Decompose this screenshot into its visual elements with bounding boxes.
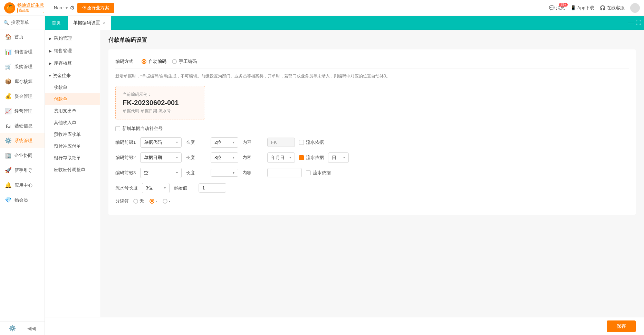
content2-arrow-icon: ▾ bbox=[289, 156, 291, 159]
length1-select[interactable]: 2位 ▾ bbox=[211, 137, 238, 148]
experience-button[interactable]: 体验行业方案 bbox=[77, 3, 114, 13]
tab-encoding-settings[interactable]: 单据编码设置 × bbox=[68, 16, 111, 30]
download-icon: 📱 bbox=[570, 5, 576, 10]
save-button[interactable]: 保存 bbox=[607, 320, 636, 332]
nav-item-other-income[interactable]: 其他收入单 bbox=[45, 117, 100, 129]
length3-select[interactable]: ▾ bbox=[211, 169, 238, 177]
sep-dot1-inner bbox=[151, 200, 153, 202]
tab-right-icons: — ⛶ bbox=[628, 16, 644, 30]
sidebar-collapse-icon[interactable]: ◀◀ bbox=[27, 325, 36, 332]
sidebar-item-system[interactable]: ⚙️ 系统管理 bbox=[0, 133, 45, 148]
settings-icon[interactable]: ⚙ bbox=[70, 4, 75, 11]
nav-item-adjustments[interactable]: 应收应付调整单 bbox=[45, 164, 100, 176]
length2-arrow-icon: ▾ bbox=[233, 156, 234, 159]
prefix3-select[interactable]: 空 ▾ bbox=[140, 168, 182, 178]
sidebar-item-guide[interactable]: 🚀 新手引导 bbox=[0, 163, 45, 178]
sidebar-item-basic-info[interactable]: 🗂 基础信息 bbox=[0, 119, 45, 133]
serial-length-select[interactable]: 3位 ▾ bbox=[142, 183, 170, 193]
prefix1-label: 编码前缀1 bbox=[115, 139, 136, 146]
flow3-checkbox[interactable] bbox=[306, 170, 311, 175]
settings-card: 编码方式 自动编码 手工编码 bbox=[108, 49, 636, 215]
radio-manual-encode[interactable]: 手工编码 bbox=[172, 58, 197, 65]
length2-select[interactable]: 8位 ▾ bbox=[211, 152, 238, 163]
sidebar-item-inventory[interactable]: 📦 库存核算 bbox=[0, 74, 45, 89]
nav-group-sales-title[interactable]: ▶销售管理 bbox=[45, 45, 100, 57]
avatar[interactable] bbox=[630, 3, 640, 13]
tab-close-icon[interactable]: × bbox=[103, 20, 105, 25]
top-bar-right: 💬 消息 99+ 📱 App下载 🎧 在线客服 bbox=[549, 3, 640, 13]
tab-maximize-icon[interactable]: ⛶ bbox=[636, 20, 641, 26]
sep-dot1-radio bbox=[150, 199, 154, 204]
prefix3-label: 编码前缀3 bbox=[115, 170, 136, 176]
prefix-row-2: 编码前缀2 单据日期 ▾ 长度 8位 ▾ 内容 年月日 bbox=[115, 152, 629, 163]
auto-fill-label: 新增单据自动补空号 bbox=[122, 125, 163, 132]
radio-auto-encode[interactable]: 自动编码 bbox=[142, 58, 166, 65]
online-service-button[interactable]: 🎧 在线客服 bbox=[600, 5, 625, 11]
sidebar-item-vip[interactable]: 💎 畅会员 bbox=[0, 193, 45, 207]
inventory-icon: 📦 bbox=[5, 78, 12, 85]
start-value-input[interactable] bbox=[199, 183, 226, 193]
auto-fill-row[interactable]: 新增单据自动补空号 bbox=[115, 125, 629, 132]
tab-minimize-icon[interactable]: — bbox=[628, 20, 634, 26]
nav-group-purchase: ▶采购管理 bbox=[45, 32, 100, 44]
flow3-checkbox-row[interactable]: 流水依据 bbox=[306, 170, 331, 176]
message-icon: 💬 bbox=[549, 5, 555, 10]
sidebar-item-purchase[interactable]: 🛒 采购管理 bbox=[0, 59, 45, 74]
sep-option-dot2[interactable]: · bbox=[163, 198, 170, 204]
nav-item-prepay-receivable[interactable]: 预收冲应收单 bbox=[45, 129, 100, 140]
content-area: 首页 单据编码设置 × — ⛶ ▶采购管理 bbox=[45, 16, 644, 335]
nav-group-inventory-title[interactable]: ▶库存核算 bbox=[45, 57, 100, 69]
prefix1-arrow-icon: ▾ bbox=[176, 140, 178, 144]
flow2-checkbox[interactable] bbox=[299, 155, 304, 160]
sidebar-settings-icon[interactable]: ⚙️ bbox=[9, 325, 16, 332]
basic-info-icon: 🗂 bbox=[5, 123, 12, 129]
sep-option-none[interactable]: 无 bbox=[133, 198, 144, 204]
separator-label: 分隔符 bbox=[115, 198, 129, 204]
content3-input[interactable] bbox=[267, 168, 302, 177]
flow2-option-select[interactable]: 日 ▾ bbox=[328, 152, 349, 163]
page-title: 付款单编码设置 bbox=[108, 37, 636, 44]
search-icon: 🔍 bbox=[3, 20, 9, 25]
home-icon: 🏠 bbox=[5, 34, 12, 40]
nav-group-purchase-title[interactable]: ▶采购管理 bbox=[45, 32, 100, 44]
prefix2-select[interactable]: 单据日期 ▾ bbox=[140, 152, 182, 163]
nav-item-payment[interactable]: 付款单 bbox=[45, 93, 100, 105]
nav-item-prepay-payable[interactable]: 预付冲应付单 bbox=[45, 140, 100, 152]
nav-item-expenses[interactable]: 费用支出单 bbox=[45, 105, 100, 117]
code-preview-label: 当前编码示例： bbox=[123, 92, 198, 97]
content-wrapper: ▶采购管理 ▶销售管理 ▶库存核算 ▾资金往来 bbox=[45, 30, 644, 317]
flow1-checkbox[interactable] bbox=[299, 140, 304, 145]
sidebar-item-apps[interactable]: 🔔 应用中心 bbox=[0, 178, 45, 193]
message-button[interactable]: 💬 消息 99+ bbox=[549, 5, 565, 11]
flow1-checkbox-row[interactable]: 流水依据 bbox=[299, 139, 324, 146]
app-download-button[interactable]: 📱 App下载 bbox=[570, 5, 594, 11]
sidebar: 🔍 搜索菜单 🏠 首页 📊 销售管理 🛒 采购管理 📦 库存核算 💰 资金管理 … bbox=[0, 16, 45, 335]
prefix-row-1: 编码前缀1 单据代码 ▾ 长度 2位 ▾ 内容 bbox=[115, 137, 629, 148]
sep-option-dot1[interactable]: · bbox=[150, 198, 157, 204]
sidebar-item-finance[interactable]: 💰 资金管理 bbox=[0, 89, 45, 104]
auto-fill-checkbox[interactable] bbox=[115, 126, 120, 131]
nav-item-receipts[interactable]: 收款单 bbox=[45, 82, 100, 93]
code-preview-box: 当前编码示例： FK-20230602-001 单据代码-单据日期-流水号 bbox=[115, 86, 205, 120]
content2-select[interactable]: 年月日 ▾ bbox=[267, 152, 295, 163]
prefix1-select[interactable]: 单据代码 ▾ bbox=[140, 137, 182, 148]
radio-auto-circle bbox=[142, 59, 146, 64]
separator-options: 无 · · bbox=[133, 198, 170, 204]
bottom-bar: 保存 bbox=[45, 317, 644, 335]
encoding-type-row: 编码方式 自动编码 手工编码 bbox=[115, 55, 629, 68]
sidebar-item-home[interactable]: 🏠 首页 bbox=[0, 29, 45, 44]
sidebar-item-sales[interactable]: 📊 销售管理 bbox=[0, 44, 45, 59]
tab-home[interactable]: 首页 bbox=[45, 16, 68, 30]
logo-text: 畅通道好生意 猎品版 bbox=[17, 2, 44, 13]
nav-group-finance-title[interactable]: ▾资金往来 bbox=[45, 70, 100, 82]
flow2-checkbox-row[interactable]: 流水依据 bbox=[299, 155, 324, 161]
sidebar-item-operations[interactable]: 📈 经营管理 bbox=[0, 104, 45, 119]
sidebar-item-enterprise[interactable]: 🏢 企业协同 bbox=[0, 148, 45, 163]
length3-arrow-icon: ▾ bbox=[233, 171, 234, 175]
nav-item-bank[interactable]: 银行存取款单 bbox=[45, 152, 100, 164]
system-icon: ⚙️ bbox=[5, 137, 12, 144]
sidebar-search-button[interactable]: 🔍 搜索菜单 bbox=[0, 16, 45, 29]
prefix2-arrow-icon: ▾ bbox=[176, 156, 178, 159]
radio-auto-dot bbox=[143, 61, 145, 63]
apps-icon: 🔔 bbox=[5, 182, 12, 188]
